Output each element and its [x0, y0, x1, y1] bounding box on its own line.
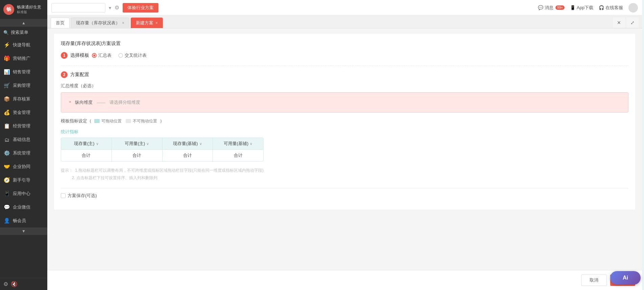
settings-icon[interactable]: ⚙ — [3, 281, 8, 287]
stats-col-2[interactable]: 可用量(主) ∨ — [112, 138, 163, 149]
radio-dot-summary — [92, 53, 97, 58]
finance-icon: 💰 — [3, 109, 10, 116]
marketing-icon: 🎁 — [3, 55, 10, 62]
sidebar-item-inventory[interactable]: 📦 库存核算 — [0, 92, 47, 106]
radio-cross[interactable]: 交叉统计表 — [118, 52, 147, 58]
user-avatar[interactable] — [628, 3, 638, 13]
draggable-color-box — [94, 119, 100, 123]
stats-cell-1-4: 合计 — [213, 150, 263, 161]
sidebar-item-purchase[interactable]: 🛒 采购管理 — [0, 79, 47, 92]
sidebar-item-sales[interactable]: 📊 销售管理 — [0, 65, 47, 79]
tips-section: 提示： 1.拖动标题栏可以调整布局，不可跨维度或指标区域拖动栏目字段(只能在同一… — [61, 167, 628, 182]
sidebar-item-guide[interactable]: 🧭 新手引导 — [0, 173, 47, 187]
topbar-search-input[interactable] — [51, 3, 105, 13]
sidebar-item-basic-info[interactable]: 🗂 基础信息 — [0, 133, 47, 146]
sidebar-item-management[interactable]: 📋 经营管理 — [0, 119, 47, 133]
stats-col-4[interactable]: 可用量(基辅) ∨ — [213, 138, 263, 149]
col4-dropdown-icon[interactable]: ∨ — [250, 142, 252, 146]
trial-button[interactable]: 体验行业方案 — [123, 3, 158, 13]
dimension-box[interactable]: * 纵向维度 —— 请选择分组维度 — [61, 92, 628, 113]
indicator-legend: 可拖动位置 不可拖动位置 — [94, 118, 157, 124]
online-service-button[interactable]: 🎧 在线客服 — [599, 5, 623, 11]
logo-icon: 畅 — [3, 4, 14, 15]
system-icon: ⚙️ — [3, 150, 10, 156]
tip2: 2. 点击标题栏下拉可设置排序、插入列和删除列 — [61, 174, 628, 182]
dimension-label: 纵向维度 — [75, 99, 93, 105]
phone-icon: 📱 — [570, 5, 575, 10]
dropdown-icon[interactable]: ▾ — [109, 5, 111, 10]
ai-fab-button[interactable]: Ai — [610, 271, 641, 285]
sidebar-item-system[interactable]: ⚙️ 系统管理 — [0, 146, 47, 160]
topbar: ▾ ⚙ 体验行业方案 💬 消息 99+ 📱 App下载 🎧 在线客服 — [47, 0, 642, 16]
settings-panel: 现存量(库存状况表)方案设置 1 选择模板 汇总表 交叉统计表 — [54, 34, 635, 210]
content-area: 现存量(库存状况表)方案设置 1 选择模板 汇总表 交叉统计表 — [47, 28, 642, 270]
col1-dropdown-icon[interactable]: ∨ — [96, 142, 99, 146]
scroll-up[interactable]: ▲ — [0, 19, 47, 27]
stats-col-1[interactable]: 现存量(主) ∨ — [61, 138, 112, 149]
save-label: 方案保存(可选) — [68, 193, 97, 199]
step1-title: 选择模板 — [70, 52, 89, 58]
search-icon: 🔍 — [3, 30, 9, 35]
cancel-button[interactable]: 取消 — [581, 274, 607, 286]
tab-new-plan[interactable]: 新建方案 × — [131, 18, 163, 28]
step2-badge: 2 — [61, 71, 68, 78]
sales-icon: 📊 — [3, 69, 10, 75]
step2-header: 2 方案配置 — [61, 71, 628, 78]
stats-table: 现存量(主) ∨ 可用量(主) ∨ 现存量(基辅) ∨ — [61, 138, 264, 162]
tab-home[interactable]: 首页 — [51, 18, 70, 28]
template-radio-group: 汇总表 交叉统计表 — [92, 52, 147, 58]
sidebar-item-wechat[interactable]: 💬 企业微信 — [0, 200, 47, 214]
app-download-button[interactable]: 📱 App下载 — [570, 5, 593, 11]
save-section: 方案保存(可选) — [61, 188, 628, 203]
wechat-icon: 💬 — [3, 204, 10, 211]
cooperation-icon: 🤝 — [3, 163, 10, 170]
tip1: 提示： 1.拖动标题栏可以调整布局，不可跨维度或指标区域拖动栏目字段(只能在同一… — [61, 167, 628, 174]
step2-title: 方案配置 — [70, 72, 89, 78]
sidebar: 畅 畅康通好生意 标准版 ▲ 🔍 搜索菜单 ⚡ 快捷导航 🎁 营销推广 📊 销售… — [0, 0, 47, 290]
close-inventory-status-icon[interactable]: × — [122, 21, 124, 25]
bottom-bar: 取消 查询 — [47, 270, 642, 290]
sidebar-item-cooperation[interactable]: 🤝 企业协同 — [0, 160, 47, 173]
sidebar-bottom: ⚙ 🔇 — [0, 278, 47, 290]
app-center-icon: 📱 — [3, 190, 10, 197]
volume-icon[interactable]: 🔇 — [11, 281, 18, 287]
sidebar-item-app-center[interactable]: 📱 应用中心 — [0, 187, 47, 200]
tab-inventory-status[interactable]: 现存量（库存状况表） × — [71, 18, 129, 28]
divider1 — [61, 66, 628, 66]
message-badge: 99+ — [555, 5, 565, 10]
col2-dropdown-icon[interactable]: ∨ — [146, 142, 149, 146]
col3-dropdown-icon[interactable]: ∨ — [199, 142, 202, 146]
save-checkbox[interactable] — [61, 193, 66, 198]
dimension-separator: —— — [97, 100, 105, 105]
main-area: ▾ ⚙ 体验行业方案 💬 消息 99+ 📱 App下载 🎧 在线客服 首页 — [47, 0, 642, 290]
legend-non-draggable: 不可拖动位置 — [126, 118, 157, 124]
stats-cell-1-1: 合计 — [61, 150, 112, 161]
scroll-down[interactable]: ▼ — [0, 227, 47, 235]
page-title: 现存量(库存状况表)方案设置 — [61, 41, 628, 47]
expand-panel-button[interactable]: ⤢ — [626, 17, 639, 28]
headset-icon: 🎧 — [599, 5, 604, 10]
stats-col-3[interactable]: 现存量(基辅) ∨ — [163, 138, 213, 149]
dimension-placeholder: 请选择分组维度 — [109, 99, 140, 105]
close-new-plan-icon[interactable]: × — [155, 21, 158, 25]
sidebar-item-marketing[interactable]: 🎁 营销推广 — [0, 52, 47, 65]
sidebar-item-search-menu[interactable]: 🔍 搜索菜单 — [0, 27, 47, 38]
message-icon: 💬 — [538, 5, 543, 10]
sidebar-item-quick-nav[interactable]: ⚡ 快捷导航 — [0, 38, 47, 52]
step1-section: 1 选择模板 汇总表 交叉统计表 — [61, 52, 628, 59]
messages-button[interactable]: 💬 消息 99+ — [538, 5, 565, 11]
non-draggable-color-box — [126, 119, 131, 123]
settings-gear-icon[interactable]: ⚙ — [115, 4, 119, 11]
resize-handle[interactable] — [642, 0, 644, 290]
indicator-label: 模板指标设定（ 可拖动位置 不可拖动位置 ） — [61, 118, 628, 124]
basic-info-icon: 🗂 — [3, 136, 10, 143]
stats-cell-1-2: 合计 — [112, 150, 163, 161]
sidebar-item-member[interactable]: 👤 畅会员 — [0, 214, 47, 227]
step1-header: 1 选择模板 汇总表 交叉统计表 — [61, 52, 628, 59]
step2-section: 2 方案配置 汇总维度（必选） * 纵向维度 —— 请选择分组维度 — [61, 71, 628, 182]
indicator-settings: 模板指标设定（ 可拖动位置 不可拖动位置 ） — [61, 118, 628, 124]
sidebar-item-finance[interactable]: 💰 资金管理 — [0, 106, 47, 119]
close-panel-button[interactable]: ✕ — [613, 17, 625, 28]
radio-dot-cross — [118, 53, 123, 58]
radio-summary[interactable]: 汇总表 — [92, 52, 112, 58]
